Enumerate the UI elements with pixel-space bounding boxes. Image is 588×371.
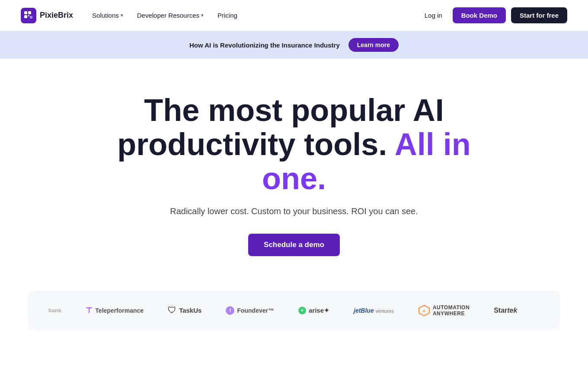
hero-section: The most popular AI productivity tools. … xyxy=(0,59,588,282)
nav-developer-resources[interactable]: Developer Resources ▾ xyxy=(132,8,209,22)
learn-more-button[interactable]: Learn more xyxy=(348,38,399,52)
list-item: ⊤ Teleperformance xyxy=(86,306,144,315)
list-item: bank xyxy=(48,307,61,314)
nav-solutions[interactable]: Solutions ▾ xyxy=(87,8,128,22)
list-item: A AUTOMATIONANYWHERE xyxy=(418,304,470,317)
logo-text: PixieBrix xyxy=(40,11,73,20)
announcement-banner: How AI is Revolutionizing the Insurance … xyxy=(0,31,588,59)
logos-track: bank ⊤ Teleperformance 🛡 TaskUs f Founde… xyxy=(48,304,540,317)
svg-text:A: A xyxy=(423,309,426,313)
banner-text: How AI is Revolutionizing the Insurance … xyxy=(189,41,340,49)
schedule-demo-button[interactable]: Schedule a demo xyxy=(248,234,340,256)
nav-right: Log in Book Demo Start for free xyxy=(419,7,567,23)
book-demo-button[interactable]: Book Demo xyxy=(453,7,506,23)
list-item: Startek xyxy=(494,307,517,314)
list-item: 🛡 TaskUs xyxy=(168,305,201,315)
logo[interactable]: PixieBrix xyxy=(21,8,73,23)
list-item: f Foundever™ xyxy=(226,306,274,315)
logos-section: bank ⊤ Teleperformance 🛡 TaskUs f Founde… xyxy=(28,291,560,330)
logo-icon xyxy=(21,8,36,23)
nav-links: Solutions ▾ Developer Resources ▾ Pricin… xyxy=(87,8,243,22)
list-item: ✦ arise✦ xyxy=(298,307,329,314)
hero-title: The most popular AI productivity tools. … xyxy=(99,93,489,196)
nav-pricing[interactable]: Pricing xyxy=(212,8,243,22)
chevron-down-icon: ▾ xyxy=(201,13,204,18)
navbar: PixieBrix Solutions ▾ Developer Resource… xyxy=(0,0,588,31)
svg-rect-1 xyxy=(28,11,31,14)
svg-rect-0 xyxy=(24,11,27,14)
svg-rect-2 xyxy=(24,15,27,18)
hero-subtitle: Radically lower cost. Custom to your bus… xyxy=(170,206,418,216)
chevron-down-icon: ▾ xyxy=(121,13,123,18)
login-button[interactable]: Log in xyxy=(419,8,447,22)
list-item: jetBlue ventures xyxy=(354,307,394,314)
svg-rect-4 xyxy=(28,15,29,16)
svg-rect-3 xyxy=(30,16,32,19)
start-free-button[interactable]: Start for free xyxy=(511,7,567,23)
nav-left: PixieBrix Solutions ▾ Developer Resource… xyxy=(21,8,243,23)
